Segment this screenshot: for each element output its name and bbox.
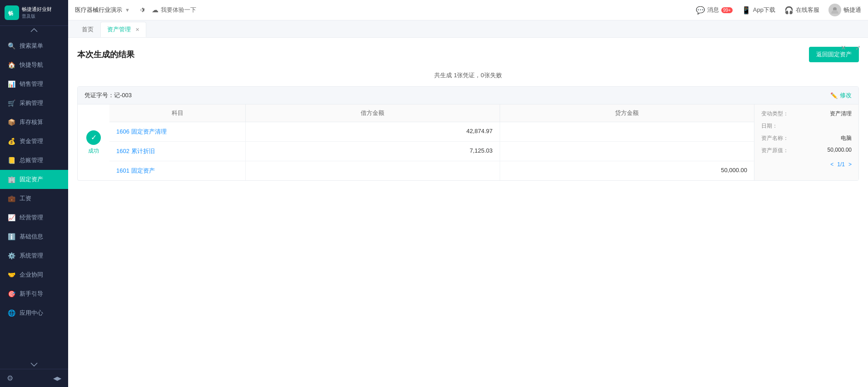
cell-credit-3: 50,000.00	[500, 161, 754, 180]
voucher-card: 凭证字号：记-003 ✏️ 修改 ✓ 成功 科目 借方	[77, 86, 859, 181]
page-title: 本次生成的结果	[77, 49, 134, 60]
search-icon: 🔍	[7, 41, 16, 50]
edit-button[interactable]: ✏️ 修改	[830, 91, 852, 99]
sidebar-bottom: ⚙ ◀▶	[0, 369, 68, 387]
support-button[interactable]: 🎧 在线客服	[784, 6, 819, 15]
sidebar-item-label: 资金管理	[20, 137, 43, 145]
main-area: 医疗器械行业演示 ▼ ☁ 我要体验一下 💬 消息 99+ 📱 App下载 🎧	[68, 0, 868, 387]
pagination: < 1/1 >	[761, 161, 852, 168]
sidebar-item-basicinfo[interactable]: ℹ️ 基础信息	[0, 227, 68, 246]
sidebar-item-operations[interactable]: 📈 经营管理	[0, 208, 68, 227]
appdownload-button[interactable]: 📱 App下载	[742, 6, 775, 15]
inventory-icon: 📦	[7, 118, 16, 127]
workspace-name: 医疗器械行业演示	[75, 6, 122, 14]
sidebar-item-sysadmin[interactable]: ⚙️ 系统管理	[0, 246, 68, 265]
tab-close-button[interactable]: ✕	[135, 27, 139, 33]
sidebar-item-sales[interactable]: 📊 销售管理	[0, 74, 68, 94]
chevron-down-icon: ▼	[125, 7, 130, 13]
voucher-table: 科目 借方金额 贷方金额 1606 固定资产清理 42,874.97 1602 …	[109, 104, 754, 180]
tab-home[interactable]: 首页	[75, 22, 100, 37]
sidebar-item-quicknav[interactable]: 🏠 快捷导航	[0, 55, 68, 74]
sidebar-item-label: 应用中心	[20, 309, 43, 317]
message-badge: 99+	[721, 7, 733, 13]
sidebar-item-label: 库存核算	[20, 118, 43, 126]
top-header: 医疗器械行业演示 ▼ ☁ 我要体验一下 💬 消息 99+ 📱 App下载 🎧	[68, 0, 868, 20]
sidebar-item-label: 快捷导航	[20, 61, 43, 69]
tabs-bar: 首页 资产管理 ✕	[68, 20, 868, 38]
page-indicator: 1/1	[837, 161, 845, 168]
collapse-button[interactable]: ◀▶	[53, 375, 61, 382]
sidebar-item-finance[interactable]: 💰 资金管理	[0, 132, 68, 151]
ledger-icon: 📒	[7, 156, 16, 165]
panel-controls: ✕ ⤢	[838, 42, 863, 53]
sidebar-nav: 🔍 搜索菜单 🏠 快捷导航 📊 销售管理 🛒 采购管理 📦 库存核算 💰 资金管…	[0, 34, 68, 361]
username: 畅捷通	[843, 6, 861, 14]
tab-home-label: 首页	[82, 25, 94, 34]
guide-icon: 🎯	[7, 289, 16, 298]
sidebar-item-salary[interactable]: 💼 工资	[0, 189, 68, 208]
messages-label: 消息	[707, 6, 719, 14]
sidebar-item-label: 基础信息	[20, 233, 43, 241]
gear-button[interactable]	[135, 4, 148, 16]
basicinfo-icon: ℹ️	[7, 232, 16, 241]
sidebar-item-label: 经营管理	[20, 213, 43, 222]
purchase-icon: 🛒	[7, 99, 16, 108]
close-panel-button[interactable]: ✕	[838, 42, 849, 53]
page-header: 本次生成的结果 返回固定资产	[77, 47, 859, 62]
content-area: ✕ ⤢ 本次生成的结果 返回固定资产 共生成 1张凭证，0张失败 凭证字号：记-…	[68, 38, 868, 387]
cell-subject-2: 1602 累计折旧	[109, 142, 246, 161]
change-type-row: 变动类型： 资产清理	[761, 110, 852, 118]
cell-debit-1: 42,874.97	[246, 122, 500, 141]
tab-assets[interactable]: 资产管理 ✕	[100, 22, 146, 37]
appdownload-label: App下载	[753, 6, 775, 14]
sidebar: 畅 畅捷通好业财 普及版 🔍 搜索菜单 🏠 快捷导航 📊 销售管理 🛒 采购管理	[0, 0, 68, 387]
sidebar-item-fixedassets[interactable]: 🏢 固定资产	[0, 170, 68, 189]
voucher-number: 凭证字号：记-003	[84, 91, 132, 99]
experience-button[interactable]: ☁ 我要体验一下	[148, 4, 200, 16]
result-summary: 共生成 1张凭证，0张失败	[77, 71, 859, 79]
cell-credit-1	[500, 122, 754, 141]
settings-button[interactable]: ⚙	[7, 374, 13, 382]
edit-icon: ✏️	[830, 92, 838, 99]
finance-icon: 💰	[7, 137, 16, 146]
sidebar-item-ledger[interactable]: 📒 总账管理	[0, 151, 68, 170]
tab-assets-label: 资产管理	[107, 25, 131, 34]
scroll-up-button[interactable]	[0, 26, 68, 34]
success-icon: ✓	[86, 130, 101, 145]
sidebar-item-appcenter[interactable]: 🌐 应用中心	[0, 303, 68, 322]
sidebar-item-enterprise[interactable]: 🤝 企业协同	[0, 265, 68, 284]
sysadmin-icon: ⚙️	[7, 251, 16, 260]
cell-subject-1: 1606 固定资产清理	[109, 122, 246, 141]
asset-name-value: 电脑	[841, 134, 852, 142]
original-value-value: 50,000.00	[828, 147, 852, 154]
original-value-label: 资产原值：	[761, 147, 789, 154]
sidebar-item-guide[interactable]: 🎯 新手引导	[0, 284, 68, 303]
cell-debit-2: 7,125.03	[246, 142, 500, 161]
cell-subject-3: 1601 固定资产	[109, 161, 246, 180]
header-right: 💬 消息 99+ 📱 App下载 🎧 在线客服 畅捷通	[696, 4, 861, 16]
sidebar-item-inventory[interactable]: 📦 库存核算	[0, 113, 68, 132]
expand-panel-button[interactable]: ⤢	[853, 42, 863, 53]
change-type-value: 资产清理	[830, 110, 852, 118]
change-type-label: 变动类型：	[761, 110, 789, 118]
messages-button[interactable]: 💬 消息 99+	[696, 6, 733, 15]
operations-icon: 📈	[7, 213, 16, 222]
sidebar-item-purchase[interactable]: 🛒 采购管理	[0, 94, 68, 113]
logo-title: 畅捷通好业财	[22, 6, 52, 13]
user-profile[interactable]: 畅捷通	[828, 4, 861, 16]
asset-name-label: 资产名称：	[761, 134, 789, 142]
sales-icon: 📊	[7, 79, 16, 89]
col-debit: 借方金额	[246, 104, 500, 122]
headset-icon: 🎧	[784, 6, 794, 15]
side-info-panel: 变动类型： 资产清理 日期： 资产名称： 电脑 资产原值： 50,000.00	[754, 104, 858, 180]
enterprise-icon: 🤝	[7, 270, 16, 279]
voucher-body: ✓ 成功 科目 借方金额 贷方金额 1606 固定资产清理 42,874.97	[78, 104, 858, 180]
scroll-down-button[interactable]	[0, 361, 68, 369]
next-page-button[interactable]: >	[848, 161, 852, 168]
prev-page-button[interactable]: <	[830, 161, 833, 168]
support-label: 在线客服	[796, 6, 819, 14]
workspace-selector[interactable]: 医疗器械行业演示 ▼	[75, 6, 130, 14]
appcenter-icon: 🌐	[7, 308, 16, 318]
sidebar-item-search[interactable]: 🔍 搜索菜单	[0, 36, 68, 55]
sidebar-item-label: 总账管理	[20, 156, 43, 164]
